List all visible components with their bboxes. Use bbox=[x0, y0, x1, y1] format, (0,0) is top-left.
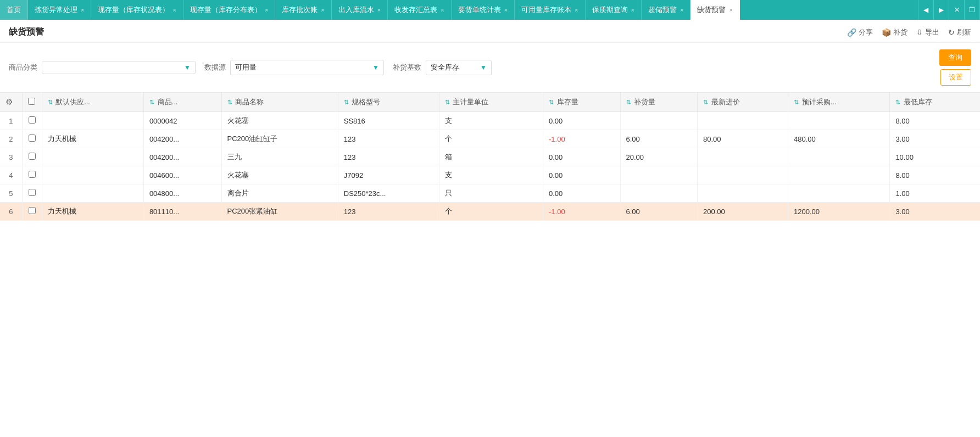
min-stock-cell-5: 1.00 bbox=[890, 184, 980, 203]
checkbox-input-3[interactable] bbox=[29, 153, 36, 160]
replenish-qty-cell-4 bbox=[620, 166, 698, 184]
tab-close-expiry-query[interactable]: × bbox=[631, 7, 634, 13]
row-checkbox-5 bbox=[22, 184, 42, 203]
row-num-6: 6 bbox=[0, 203, 22, 221]
replenish-qty-cell-3: 20.00 bbox=[620, 148, 698, 166]
latest-price-cell-3 bbox=[698, 148, 788, 166]
sort-icon-spec: ⇅ bbox=[344, 99, 349, 105]
min-stock-cell-6: 3.00 bbox=[890, 203, 980, 221]
checkbox-input-5[interactable] bbox=[29, 189, 36, 196]
checkbox-input-1[interactable] bbox=[29, 116, 36, 124]
replenish-basis-label: 补货基数 bbox=[393, 63, 421, 72]
select-all-checkbox[interactable] bbox=[28, 98, 35, 105]
tab-available-ledger[interactable]: 可用量库存账本× bbox=[515, 0, 585, 20]
unit-cell-6: 个 bbox=[439, 203, 543, 221]
est-purchase-cell-1 bbox=[788, 112, 889, 130]
tab-home[interactable]: 首页 bbox=[0, 0, 28, 20]
datasource-filter: 数据源 可用量 ▼ bbox=[204, 60, 384, 75]
col-default-supplier: ⇅ 默认供应... bbox=[42, 93, 143, 112]
stock-qty-cell-5: 0.00 bbox=[543, 184, 621, 203]
tab-close-available-ledger[interactable]: × bbox=[575, 7, 578, 13]
tab-next-button[interactable]: ▶ bbox=[934, 0, 949, 20]
product-code-cell-6: 801110... bbox=[143, 203, 221, 221]
tab-close-overstock[interactable]: × bbox=[680, 7, 683, 13]
tab-close-order-stat[interactable]: × bbox=[504, 7, 508, 13]
supplier-cell-1 bbox=[42, 112, 143, 130]
share-icon: 🔗 bbox=[847, 28, 856, 37]
tab-shortage[interactable]: 缺货预警× bbox=[691, 0, 739, 20]
tab-close-all-button[interactable]: ✕ bbox=[949, 0, 965, 20]
tab-inventory-status[interactable]: 现存量（库存状况表）× bbox=[91, 0, 183, 20]
column-settings-icon[interactable]: ⚙ bbox=[5, 97, 13, 107]
product-name-cell-3: 三九 bbox=[221, 148, 338, 166]
tab-close-inout-flow[interactable]: × bbox=[377, 7, 381, 13]
replenish-icon: 📦 bbox=[882, 28, 891, 37]
sort-icon-unit: ⇅ bbox=[445, 99, 450, 105]
category-select[interactable]: ▼ bbox=[42, 61, 196, 74]
replenish-basis-filter: 补货基数 安全库存 ▼ bbox=[393, 60, 492, 75]
checkbox-input-6[interactable] bbox=[29, 207, 36, 214]
est-purchase-cell-2: 480.00 bbox=[788, 130, 889, 148]
min-stock-cell-1: 8.00 bbox=[890, 112, 980, 130]
tab-nav-buttons: ◀ ▶ ✕ ❐ bbox=[918, 0, 980, 20]
stock-qty-cell-3: 0.00 bbox=[543, 148, 621, 166]
product-name-cell-4: 火花塞 bbox=[221, 166, 338, 184]
page-header: 缺货预警 🔗 分享 📦 补货 ⇩ 导出 ↻ 刷新 bbox=[0, 20, 980, 43]
main-content: 缺货预警 🔗 分享 📦 补货 ⇩ 导出 ↻ 刷新 商品分类 bbox=[0, 20, 980, 437]
sort-icon-name: ⇅ bbox=[227, 99, 232, 105]
col-settings: ⚙ bbox=[0, 93, 22, 112]
spec-cell-3: 123 bbox=[338, 148, 439, 166]
datasource-select[interactable]: 可用量 ▼ bbox=[230, 60, 384, 75]
tab-order-stat[interactable]: 要货单统计表× bbox=[452, 0, 515, 20]
tab-prev-button[interactable]: ◀ bbox=[918, 0, 934, 20]
product-name-cell-2: PC200油缸缸子 bbox=[221, 130, 338, 148]
replenish-qty-cell-6: 6.00 bbox=[620, 203, 698, 221]
stock-qty-cell-4: 0.00 bbox=[543, 166, 621, 184]
tab-batch-account[interactable]: 库存批次账× bbox=[275, 0, 331, 20]
tab-overstock[interactable]: 超储预警× bbox=[642, 0, 691, 20]
datasource-filter-label: 数据源 bbox=[204, 63, 226, 72]
settings-button[interactable]: 设置 bbox=[940, 69, 971, 86]
tab-label-batch-account: 库存批次账 bbox=[282, 5, 318, 15]
tab-label-exception: 拣货异常处理 bbox=[35, 5, 77, 15]
table-body: 10000042火花塞SS816支0.008.002力天机械004200...P… bbox=[0, 112, 980, 221]
tab-close-inventory-dist[interactable]: × bbox=[265, 7, 268, 13]
tab-close-receipt-summary[interactable]: × bbox=[441, 7, 444, 13]
est-purchase-cell-3 bbox=[788, 148, 889, 166]
supplier-cell-3 bbox=[42, 148, 143, 166]
tab-label-overstock: 超储预警 bbox=[648, 5, 677, 15]
export-button[interactable]: ⇩ 导出 bbox=[916, 27, 939, 37]
stock-qty-cell-2: -1.00 bbox=[543, 130, 621, 148]
table-header: ⚙ ⇅ 默认供应... ⇅ 商品... ⇅ 商品名称 bbox=[0, 93, 980, 112]
query-button[interactable]: 查询 bbox=[939, 49, 971, 66]
tab-label-receipt-summary: 收发存汇总表 bbox=[394, 5, 437, 15]
tab-label-shortage: 缺货预警 bbox=[697, 5, 726, 15]
tab-receipt-summary[interactable]: 收发存汇总表× bbox=[388, 0, 451, 20]
replenish-button[interactable]: 📦 补货 bbox=[882, 27, 907, 37]
tab-close-inventory-status[interactable]: × bbox=[172, 7, 176, 13]
sort-icon-est: ⇅ bbox=[794, 99, 799, 105]
table-row: 6力天机械801110...PC200张紧油缸123个-1.006.00200.… bbox=[0, 203, 980, 221]
share-button[interactable]: 🔗 分享 bbox=[847, 27, 873, 37]
tab-close-exception[interactable]: × bbox=[81, 7, 84, 13]
product-name-cell-5: 离合片 bbox=[221, 184, 338, 203]
checkbox-input-2[interactable] bbox=[29, 135, 36, 142]
replenish-label: 补货 bbox=[893, 27, 907, 37]
col-spec: ⇅ 规格型号 bbox=[338, 93, 439, 112]
tab-restore-button[interactable]: ❐ bbox=[965, 0, 980, 20]
tab-inventory-dist[interactable]: 现存量（库存分布表）× bbox=[183, 0, 275, 20]
tab-exception[interactable]: 拣货异常处理× bbox=[28, 0, 91, 20]
replenish-basis-select[interactable]: 安全库存 ▼ bbox=[426, 60, 492, 75]
row-num-3: 3 bbox=[0, 148, 22, 166]
tab-close-batch-account[interactable]: × bbox=[321, 7, 324, 13]
tab-expiry-query[interactable]: 保质期查询× bbox=[586, 0, 642, 20]
refresh-button[interactable]: ↻ 刷新 bbox=[948, 27, 971, 37]
export-icon: ⇩ bbox=[916, 28, 923, 37]
replenish-basis-value: 安全库存 bbox=[431, 63, 476, 72]
supplier-cell-2: 力天机械 bbox=[42, 130, 143, 148]
product-code-cell-5: 004800... bbox=[143, 184, 221, 203]
tab-close-shortage[interactable]: × bbox=[729, 7, 732, 13]
tab-inout-flow[interactable]: 出入库流水× bbox=[332, 0, 388, 20]
checkbox-input-4[interactable] bbox=[29, 171, 36, 178]
export-label: 导出 bbox=[925, 27, 939, 37]
